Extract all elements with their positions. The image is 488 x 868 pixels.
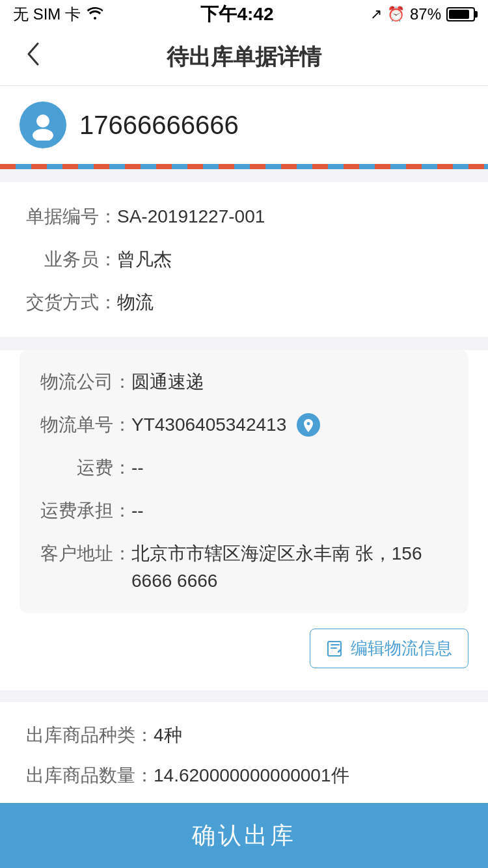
svg-point-1	[33, 129, 53, 141]
salesperson-row: 业务员： 曾凡杰	[26, 246, 462, 273]
avatar	[20, 102, 66, 148]
product-quantity-value: 14.620000000000001件	[154, 763, 349, 788]
edit-logistics-action: 编辑物流信息	[0, 613, 488, 684]
logistics-company-row: 物流公司： 圆通速递	[40, 368, 448, 396]
address-label: 客户地址：	[40, 540, 131, 567]
delivery-method-row: 交货方式： 物流	[26, 289, 462, 316]
product-section: 出库商品种类： 4种 出库商品数量： 14.620000000000001件	[0, 702, 488, 809]
location-status-icon: ↗	[370, 6, 382, 23]
doc-number-label: 单据编号：	[26, 203, 117, 230]
freight-bearer-label: 运费承担：	[40, 497, 131, 524]
product-quantity-row: 出库商品数量： 14.620000000000001件	[26, 763, 462, 788]
freight-label: 运费：	[40, 454, 131, 481]
gray-separator-1	[0, 690, 488, 702]
page-title: 待出库单据详情	[167, 42, 321, 72]
logistics-company-label: 物流公司：	[40, 368, 131, 396]
logistics-company-value: 圆通速递	[131, 368, 448, 396]
battery-icon	[446, 7, 475, 21]
alarm-icon: ⏰	[387, 6, 405, 23]
product-types-value: 4种	[154, 723, 182, 748]
logistics-card: 物流公司： 圆通速递 物流单号： YT4306405342413 运费： -- …	[20, 350, 468, 613]
logistics-tracking-container: YT4306405342413	[131, 411, 320, 439]
address-value: 北京市市辖区海淀区永丰南 张，156 6666 6666	[131, 540, 448, 595]
document-info-section: 单据编号： SA-20191227-001 业务员： 曾凡杰 交货方式： 物流	[0, 182, 488, 337]
svg-point-0	[36, 115, 49, 128]
freight-row: 运费： --	[40, 454, 448, 481]
edit-logistics-button[interactable]: 编辑物流信息	[310, 629, 468, 668]
edit-logistics-label: 编辑物流信息	[351, 637, 452, 660]
confirm-button[interactable]: 确认出库	[0, 803, 488, 868]
nav-bar: 待出库单据详情	[0, 29, 488, 86]
freight-bearer-row: 运费承担： --	[40, 497, 448, 524]
dashed-divider	[0, 164, 488, 169]
salesperson-value: 曾凡杰	[117, 246, 462, 273]
carrier-label: 无 SIM 卡	[13, 4, 81, 25]
product-types-label: 出库商品种类：	[26, 723, 154, 748]
doc-number-value: SA-20191227-001	[117, 203, 462, 230]
status-right: ↗ ⏰ 87%	[370, 5, 475, 23]
user-section: 17666666666	[0, 86, 488, 164]
salesperson-label: 业务员：	[26, 246, 117, 273]
wifi-icon	[86, 5, 104, 23]
battery-percent: 87%	[410, 5, 441, 23]
back-button[interactable]	[18, 34, 47, 79]
logistics-tracking-value: YT4306405342413	[131, 411, 286, 439]
delivery-method-value: 物流	[117, 289, 462, 316]
confirm-button-label: 确认出库	[192, 820, 296, 852]
product-quantity-label: 出库商品数量：	[26, 763, 154, 788]
doc-number-row: 单据编号： SA-20191227-001	[26, 203, 462, 230]
logistics-tracking-label: 物流单号：	[40, 411, 131, 439]
logistics-tracking-row: 物流单号： YT4306405342413	[40, 411, 448, 439]
delivery-method-label: 交货方式：	[26, 289, 117, 316]
user-phone: 17666666666	[79, 111, 239, 140]
tracking-location-icon[interactable]	[297, 413, 320, 437]
status-left: 无 SIM 卡	[13, 4, 104, 25]
freight-value: --	[131, 454, 448, 481]
freight-bearer-value: --	[131, 497, 448, 524]
address-row: 客户地址： 北京市市辖区海淀区永丰南 张，156 6666 6666	[40, 540, 448, 595]
status-bar: 无 SIM 卡 下午4:42 ↗ ⏰ 87%	[0, 0, 488, 29]
status-time: 下午4:42	[200, 2, 273, 27]
product-types-row: 出库商品种类： 4种	[26, 723, 462, 748]
